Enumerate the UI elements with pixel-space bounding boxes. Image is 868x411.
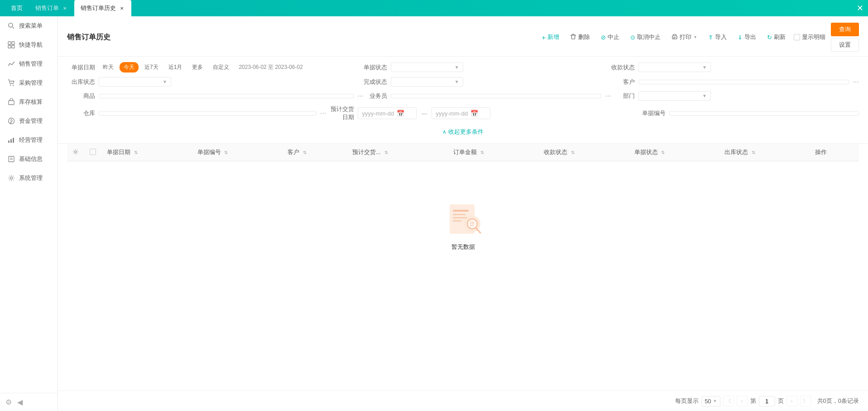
date-separator: — bbox=[421, 110, 427, 117]
table-col-payment-status[interactable]: 收款状态 ⇅ bbox=[538, 144, 629, 161]
sidebar-item-inventory[interactable]: 库存核算 bbox=[0, 92, 58, 111]
select-all-checkbox[interactable] bbox=[90, 149, 96, 155]
sidebar-item-search-menu-label: 搜索菜单 bbox=[19, 22, 43, 30]
stop-icon: ⊘ bbox=[601, 34, 606, 41]
tab-home[interactable]: 首页 bbox=[5, 0, 29, 16]
department-control: ▼ bbox=[638, 91, 859, 101]
table-col-delivery-status[interactable]: 出库状态 ⇅ bbox=[719, 144, 810, 161]
col-customer-label: 客户 bbox=[288, 149, 299, 155]
stop-button[interactable]: ⊘ 中止 bbox=[598, 31, 622, 43]
col-delivery-status-label: 出库状态 bbox=[724, 149, 748, 155]
table-col-settings[interactable] bbox=[67, 144, 84, 161]
prev-page-button[interactable]: ‹ bbox=[737, 396, 748, 406]
expected-date-control: yyyy-mm-dd 📅 — yyyy-mm-dd 📅 bbox=[358, 107, 642, 119]
refresh-icon: ↻ bbox=[767, 34, 772, 41]
bill-status-label: 单据状态 bbox=[364, 63, 391, 72]
sidebar-collapse-icon[interactable]: ◀ bbox=[17, 398, 23, 406]
sort-bill-number-icon: ⇅ bbox=[224, 150, 228, 155]
add-button[interactable]: + 新增 bbox=[539, 31, 562, 43]
sidebar-item-system-mgmt[interactable]: 系统管理 bbox=[0, 169, 58, 188]
import-button[interactable]: ⇑ 导入 bbox=[705, 31, 729, 43]
tab-sales-order[interactable]: 销售订单 ✕ bbox=[29, 0, 74, 16]
completion-status-select[interactable]: ▼ bbox=[391, 77, 463, 87]
chevron-up-icon: ∧ bbox=[442, 129, 446, 135]
table-col-order-amount[interactable]: 订单金额 ⇅ bbox=[448, 144, 538, 161]
sidebar-item-quick-nav[interactable]: 快捷导航 bbox=[0, 35, 58, 54]
last-page-button[interactable]: 》 bbox=[800, 396, 811, 406]
date-pill-more[interactable]: 更多 bbox=[188, 62, 207, 73]
table-col-customer[interactable]: 客户 ⇅ bbox=[282, 144, 347, 161]
sort-bill-date-icon: ⇅ bbox=[134, 150, 138, 155]
date-pill-custom[interactable]: 自定义 bbox=[209, 62, 233, 73]
delivery-status-select[interactable]: ▼ bbox=[99, 77, 171, 87]
table-col-bill-status[interactable]: 单据状态 ⇅ bbox=[629, 144, 719, 161]
expected-date-label: 预计交货日期 bbox=[326, 105, 358, 121]
per-page-select[interactable]: 50 ▼ bbox=[701, 396, 720, 406]
date-pill-7days[interactable]: 近7天 bbox=[140, 62, 163, 73]
warehouse-more-icon[interactable]: ··· bbox=[320, 109, 326, 117]
first-page-button[interactable]: 《 bbox=[723, 396, 734, 406]
tab-sales-order-history[interactable]: 销售订单历史 ✕ bbox=[74, 0, 131, 16]
product-input[interactable] bbox=[99, 94, 354, 98]
print-dropdown-icon: ▼ bbox=[693, 35, 697, 39]
sidebar-item-purchase-mgmt-label: 采购管理 bbox=[19, 79, 43, 87]
date-pill-1month[interactable]: 近1月 bbox=[164, 62, 187, 73]
date-pill-yesterday[interactable]: 昨天 bbox=[99, 62, 118, 73]
bill-status-control[interactable]: ▼ bbox=[391, 63, 611, 72]
svg-rect-11 bbox=[10, 139, 12, 143]
date-pill-today[interactable]: 今天 bbox=[120, 62, 139, 73]
refresh-button[interactable]: ↻ 刷新 bbox=[764, 31, 788, 43]
table-col-bill-date[interactable]: 单据日期 ⇅ bbox=[101, 144, 192, 161]
salesperson-input[interactable] bbox=[391, 94, 602, 98]
next-page-button[interactable]: › bbox=[786, 396, 797, 406]
sidebar-item-search-menu[interactable]: 搜索菜单 bbox=[0, 16, 58, 35]
display-toggle[interactable]: 显示明细 bbox=[794, 33, 825, 41]
query-button[interactable]: 查询 bbox=[831, 23, 859, 36]
payment-status-select[interactable]: ▼ bbox=[638, 63, 711, 72]
svg-rect-2 bbox=[8, 42, 11, 44]
sidebar-item-finance[interactable]: 资金管理 bbox=[0, 111, 58, 131]
svg-rect-26 bbox=[453, 217, 467, 218]
sidebar-item-sales-mgmt[interactable]: 销售管理 bbox=[0, 54, 58, 73]
customer-control: ··· bbox=[638, 78, 859, 86]
settings-button[interactable]: 设置 bbox=[831, 38, 859, 52]
cancel-stop-button[interactable]: ⊙ 取消中止 bbox=[628, 31, 663, 43]
sidebar-settings-icon[interactable]: ⚙ bbox=[5, 398, 12, 406]
table-col-bill-number[interactable]: 单据编号 ⇅ bbox=[192, 144, 283, 161]
bill-number-input[interactable] bbox=[669, 111, 859, 116]
sidebar-item-basic-info[interactable]: 基础信息 bbox=[0, 150, 58, 169]
add-icon: + bbox=[542, 34, 546, 41]
window-close-button[interactable]: ✕ bbox=[857, 3, 863, 13]
expected-date-to[interactable]: yyyy-mm-dd 📅 bbox=[432, 107, 490, 119]
salesperson-more-icon[interactable]: ··· bbox=[605, 92, 611, 100]
department-label: 部门 bbox=[611, 92, 638, 100]
tab-sales-order-close[interactable]: ✕ bbox=[62, 5, 68, 11]
export-button[interactable]: ⇓ 导出 bbox=[735, 31, 759, 43]
top-bar-right: ✕ bbox=[857, 3, 863, 13]
col-order-amount-label: 订单金额 bbox=[453, 149, 477, 155]
page-number-input[interactable] bbox=[759, 396, 775, 406]
department-select[interactable]: ▼ bbox=[638, 91, 711, 101]
customer-input[interactable] bbox=[638, 80, 849, 84]
print-button[interactable]: 打印 ▼ bbox=[669, 31, 700, 43]
table-area: 单据日期 ⇅ 单据编号 ⇅ 客户 ⇅ 预计交货... bbox=[58, 144, 868, 391]
collapse-button[interactable]: ∧ 收起更多条件 bbox=[67, 126, 859, 138]
customer-more-icon[interactable]: ··· bbox=[853, 78, 859, 86]
tab-sales-order-label: 销售订单 bbox=[35, 4, 59, 12]
expected-date-from[interactable]: yyyy-mm-dd 📅 bbox=[358, 107, 417, 119]
table-col-checkbox[interactable] bbox=[84, 144, 101, 161]
delete-button[interactable]: 删除 bbox=[567, 31, 593, 43]
product-more-icon[interactable]: ··· bbox=[357, 92, 363, 100]
warehouse-input[interactable] bbox=[99, 111, 317, 116]
print-icon bbox=[671, 34, 678, 41]
bill-status-select[interactable]: ▼ bbox=[391, 63, 463, 72]
sidebar-item-purchase-mgmt[interactable]: 采购管理 bbox=[0, 73, 58, 92]
sidebar-item-operations[interactable]: 经营管理 bbox=[0, 131, 58, 150]
display-toggle-checkbox bbox=[794, 34, 800, 40]
top-bar: 首页 销售订单 ✕ 销售订单历史 ✕ ✕ bbox=[0, 0, 868, 16]
col-payment-status-label: 收款状态 bbox=[544, 149, 567, 155]
svg-line-1 bbox=[13, 27, 14, 29]
table-col-expected-delivery[interactable]: 预计交货... ⇅ bbox=[347, 144, 448, 161]
display-toggle-label: 显示明细 bbox=[802, 33, 825, 41]
tab-sales-order-history-close[interactable]: ✕ bbox=[119, 5, 125, 11]
